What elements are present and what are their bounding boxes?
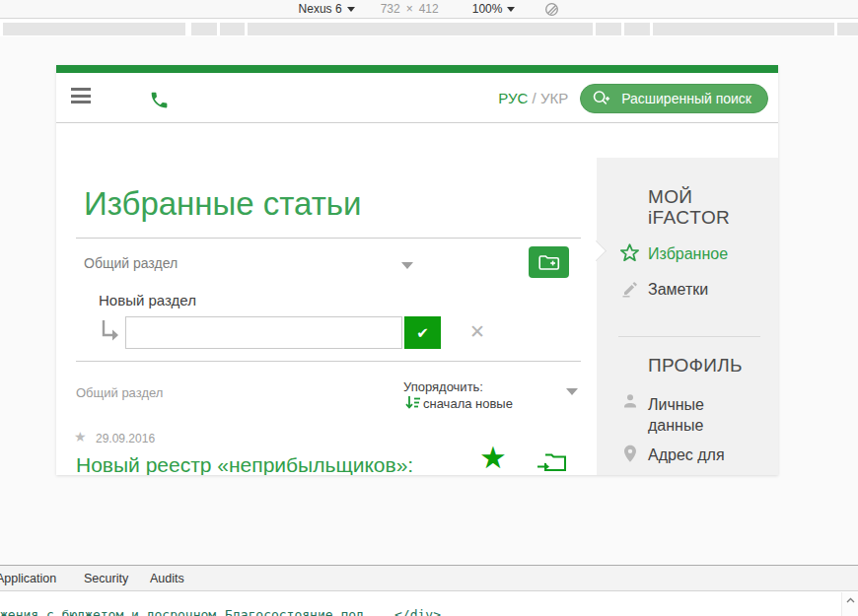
confirm-button[interactable]: ✔ xyxy=(404,316,441,349)
chevron-down-icon xyxy=(347,7,355,12)
article-title-link[interactable]: Новый реестр «неприбыльщиков»: xyxy=(76,453,413,475)
enter-arrow-icon xyxy=(98,317,123,347)
device-selector[interactable]: Nexus 6 xyxy=(299,2,355,16)
site-header: РУС / УКР Расширенный поиск xyxy=(56,73,778,123)
media-query-bar[interactable] xyxy=(0,20,858,36)
chevron-down-icon[interactable] xyxy=(566,388,578,395)
sidebar-item-notes[interactable]: Заметки xyxy=(648,281,708,299)
active-item-notch xyxy=(586,240,607,261)
media-query-segment[interactable] xyxy=(653,23,834,35)
divider xyxy=(76,361,581,362)
elements-text-fragment: жения с бюджетом и досрочном.. xyxy=(0,607,232,616)
menu-icon[interactable] xyxy=(71,88,91,103)
screen: Nexus 6 732 × 412 100% xyxy=(0,0,858,616)
media-query-segment[interactable] xyxy=(596,23,621,35)
sidebar: МОЙ iFACTOR Избранное Заметки ПРОФИЛЬ xyxy=(597,158,778,475)
folder-select-value[interactable]: Общий раздел xyxy=(84,255,178,271)
person-icon xyxy=(621,392,639,414)
zoom-value: 100% xyxy=(472,2,503,16)
sort-desc-icon xyxy=(405,395,421,415)
media-query-segment[interactable] xyxy=(191,23,217,35)
scroll-up-icon[interactable] xyxy=(846,597,855,603)
tab-application[interactable]: Application xyxy=(0,572,56,585)
advanced-search-label: Расширенный поиск xyxy=(621,91,751,106)
media-query-segment[interactable] xyxy=(624,23,650,35)
article-date: 29.09.2016 xyxy=(96,432,155,445)
sidebar-item-favorites[interactable]: Избранное xyxy=(648,245,728,263)
device-name: Nexus 6 xyxy=(299,2,342,16)
elements-text-fragment: Благосостояние под xyxy=(225,607,364,616)
folder-plus-icon xyxy=(538,253,560,271)
search-plus-icon xyxy=(592,89,612,107)
language-switcher: РУС / УКР xyxy=(498,90,568,106)
media-query-segment[interactable] xyxy=(837,23,858,35)
viewport-width-input[interactable]: 732 xyxy=(381,2,400,16)
close-icon: ✕ xyxy=(469,321,485,342)
section-name: Общий раздел xyxy=(76,385,163,400)
lang-ukr-link[interactable]: УКР xyxy=(540,90,568,106)
media-query-segment[interactable] xyxy=(220,23,245,35)
zoom-selector[interactable]: 100% xyxy=(472,2,516,16)
media-query-segment[interactable] xyxy=(3,23,185,35)
site-page: РУС / УКР Расширенный поиск Избранные ст… xyxy=(56,65,778,475)
sort-label: Упорядочить: xyxy=(403,379,483,394)
page-title: Избранные статьи xyxy=(84,185,361,223)
slashed-circle-icon xyxy=(544,2,559,17)
viewport-height-input[interactable]: 412 xyxy=(419,2,439,16)
sidebar-item-personal-data[interactable]: Личные данные xyxy=(648,394,727,436)
lang-separator: / xyxy=(533,90,536,106)
devtools-tabbar: Application Security Audits xyxy=(0,566,858,591)
sort-value[interactable]: сначала новые xyxy=(423,396,513,411)
move-to-folder-icon[interactable] xyxy=(536,450,567,475)
star-outline-icon xyxy=(619,242,640,267)
my-ifactor-title-line2: iFACTOR xyxy=(648,207,730,229)
profile-title: ПРОФИЛЬ xyxy=(648,355,743,376)
check-icon: ✔ xyxy=(416,324,429,342)
advanced-search-button[interactable]: Расширенный поиск xyxy=(580,84,768,113)
media-query-segment[interactable] xyxy=(248,23,593,35)
map-pin-icon xyxy=(622,445,638,467)
my-ifactor-title-line1: МОЙ xyxy=(648,186,692,208)
add-folder-button[interactable] xyxy=(529,246,569,278)
tab-security[interactable]: Security xyxy=(84,572,128,585)
device-toolbar: Nexus 6 732 × 412 100% xyxy=(0,0,858,19)
phone-icon[interactable] xyxy=(149,90,170,114)
chevron-down-icon[interactable] xyxy=(401,262,413,269)
dimension-separator: × xyxy=(406,2,413,16)
devtools-content[interactable]: жения с бюджетом и досрочном.. Благосост… xyxy=(0,592,841,616)
cancel-button[interactable]: ✕ xyxy=(469,320,485,343)
new-section-input[interactable] xyxy=(125,316,402,349)
favorite-star-icon[interactable]: ★ xyxy=(479,443,507,473)
chevron-down-icon xyxy=(507,7,515,12)
rotate-device-icon[interactable] xyxy=(544,2,559,17)
lang-rus-link[interactable]: РУС xyxy=(498,90,528,106)
pencil-icon xyxy=(621,280,639,302)
sidebar-item-address[interactable]: Адрес для xyxy=(648,446,725,464)
scrollbar[interactable] xyxy=(841,592,858,616)
brand-top-strip xyxy=(56,65,778,73)
tab-audits[interactable]: Audits xyxy=(150,572,184,585)
elements-closing-tag: </div> xyxy=(394,607,441,616)
new-section-label: Новый раздел xyxy=(99,292,196,308)
date-star-icon: ★ xyxy=(74,429,87,445)
divider xyxy=(76,238,581,239)
sidebar-divider xyxy=(618,336,760,337)
devtools-panel: Application Security Audits жения с бюдж… xyxy=(0,565,858,616)
